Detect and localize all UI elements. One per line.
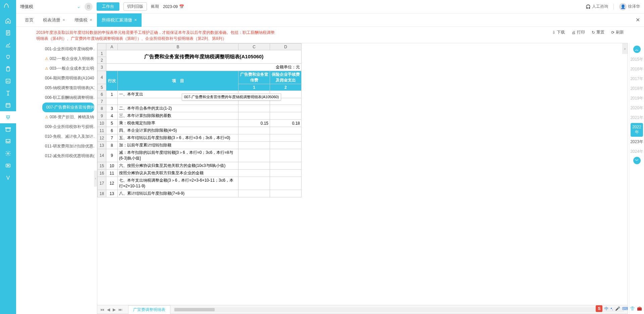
row-header[interactable]: 7	[98, 98, 106, 105]
nav-v-icon[interactable]	[0, 172, 16, 184]
year-item[interactable]: 2015年	[630, 55, 644, 64]
nav-doc-icon[interactable]	[0, 27, 16, 39]
sheet-nav-prev-icon[interactable]: ◀	[106, 307, 111, 312]
value-cell[interactable]	[238, 127, 270, 134]
year-item[interactable]: 2017年	[630, 74, 644, 83]
seq-cell[interactable]: 13	[106, 190, 118, 197]
sheet-scroll[interactable]: ABCD1广告费和业务宣传费跨年度纳税调整明细表(A105060)23金额单位：…	[97, 43, 628, 305]
year-item[interactable]: 2023年	[630, 137, 644, 146]
column-header[interactable]: D	[270, 44, 302, 50]
nav-chart-icon[interactable]	[0, 39, 16, 51]
horizontal-scrollbar[interactable]	[174, 307, 624, 312]
year-item[interactable]: 2020年	[630, 104, 644, 113]
tab[interactable]: 所得税汇算清缴✕	[97, 13, 142, 27]
row-header[interactable]: 14	[98, 149, 106, 162]
value-cell[interactable]	[238, 162, 270, 170]
ime-s-icon[interactable]: S	[596, 305, 602, 312]
tab[interactable]: 增值税✕	[70, 13, 97, 27]
form-nav-item[interactable]: 007-广告费和业务宣传费跨…	[42, 103, 94, 112]
year-item[interactable]: 2022年	[631, 123, 643, 137]
row-header[interactable]: 9	[98, 112, 106, 120]
item-cell[interactable]: 三、本年计算扣除限额的基数	[118, 112, 238, 120]
item-cell[interactable]: 五、本年结转以后年度扣除额(3＞6，本行=3-6；3≤6，本行=0)	[118, 134, 238, 142]
value-cell[interactable]	[270, 134, 302, 142]
form-nav-item[interactable]: ⚠008-资产折旧、摊销及纳税…	[42, 112, 94, 122]
refresh-button[interactable]: ⟳刷新	[611, 29, 624, 35]
value-cell[interactable]: 0.18	[270, 120, 302, 127]
print-button[interactable]: 🖨打印	[572, 29, 585, 35]
value-cell[interactable]	[238, 177, 270, 190]
item-cell[interactable]: 乘：税收规定扣除率	[118, 120, 238, 127]
tab[interactable]: 税表清册✕	[38, 13, 70, 27]
year-item[interactable]: 2021年	[630, 113, 644, 122]
year-item[interactable]: 2018年	[630, 84, 644, 93]
seq-cell[interactable]: 12	[106, 177, 118, 190]
value-cell[interactable]	[238, 105, 270, 112]
seq-cell[interactable]: 4	[106, 112, 118, 120]
value-cell[interactable]	[238, 134, 270, 142]
nav-settings-icon[interactable]	[0, 147, 16, 160]
form-nav-item[interactable]: 009-企业所得税弥补亏损明…	[42, 122, 94, 132]
item-cell[interactable]: 八、累计结转以后年度扣除额(7+8-9)	[118, 190, 238, 197]
workspace-button[interactable]: 工作台	[97, 2, 119, 11]
form-nav-item[interactable]: ⚠002-一般企业收入明细表(A…	[42, 54, 94, 64]
ime-mic-icon[interactable]: 🎤	[615, 306, 620, 311]
year-up-icon[interactable]: ︽	[633, 46, 641, 53]
value-cell[interactable]	[270, 105, 302, 112]
round-info-button[interactable]	[85, 3, 93, 11]
value-cell[interactable]	[270, 112, 302, 120]
form-nav-item[interactable]: 005-纳税调整项目明细表(A1…	[42, 83, 94, 93]
form-nav-item[interactable]: ⚠003-一般企业成本支出明细…	[42, 64, 94, 73]
row-header[interactable]: 16	[98, 170, 106, 177]
year-item[interactable]: 2016年	[630, 65, 644, 74]
row-header[interactable]: 15	[98, 162, 106, 170]
nav-report-icon[interactable]	[0, 75, 16, 87]
consult-link[interactable]: 🎧 人工咨询	[586, 4, 608, 9]
row-header[interactable]: 1	[98, 50, 106, 57]
seq-cell[interactable]: 10	[106, 162, 118, 170]
item-cell[interactable]: 减：本年扣除的以前年度结转额[3＞6，本行=0；3≤6，本行=8与(6-3)孰小…	[118, 149, 238, 162]
form-nav-item[interactable]: 006-职工薪酬纳税调整明细…	[42, 93, 94, 103]
ime-punct-icon[interactable]: •,	[610, 306, 613, 311]
item-cell[interactable]: 加：以前年度累计结转扣除额	[118, 142, 238, 149]
seq-cell[interactable]: 1	[106, 91, 118, 98]
seq-cell[interactable]: 8	[106, 142, 118, 149]
form-nav-item[interactable]: 011-研发费用加计扣除优惠…	[42, 141, 94, 151]
row-header[interactable]: 11	[98, 127, 106, 134]
row-header[interactable]: 8	[98, 105, 106, 112]
close-icon[interactable]: ✕	[62, 18, 65, 22]
sheet-tab[interactable]: 广宣费调整明细表	[128, 305, 170, 314]
seq-cell[interactable]: 3	[106, 105, 118, 112]
user-menu[interactable]: 👤 徐泽华	[619, 3, 640, 10]
tab[interactable]: 首页	[20, 13, 38, 27]
value-cell[interactable]: 0.15	[238, 120, 270, 127]
value-cell[interactable]	[238, 190, 270, 197]
close-icon[interactable]: ✕	[134, 18, 137, 22]
company-dropdown[interactable]: 增值税 ⌄	[20, 4, 80, 10]
value-cell[interactable]	[238, 112, 270, 120]
nav-archive-icon[interactable]	[0, 123, 16, 135]
column-header[interactable]: A	[106, 44, 118, 50]
old-version-button[interactable]: 切到旧版	[123, 2, 147, 11]
nav-clipboard-icon[interactable]	[0, 63, 16, 75]
nav-calendar-icon[interactable]	[0, 99, 16, 111]
form-nav-item[interactable]: 012-减免所得税优惠明细表(…	[42, 151, 94, 161]
nav-tax-icon[interactable]	[0, 111, 16, 123]
nav-text-icon[interactable]	[0, 87, 16, 99]
close-icon[interactable]: ✕	[90, 18, 92, 22]
row-header[interactable]: 6	[98, 91, 106, 98]
row-header[interactable]: 10	[98, 120, 106, 127]
value-cell[interactable]	[238, 170, 270, 177]
item-cell[interactable]: 按照分摊协议从其他关联方归集至本企业的金额	[118, 170, 238, 177]
ime-keyboard-icon[interactable]: ⌨	[622, 306, 628, 311]
seq-cell[interactable]: 9	[106, 149, 118, 162]
nav-inbox-icon[interactable]	[0, 135, 16, 147]
sheet-nav-next-icon[interactable]: ▶	[112, 307, 117, 312]
nav-home-icon[interactable]	[0, 15, 16, 27]
form-nav-item[interactable]: 004-期间费用明细表(A1040…	[42, 73, 94, 83]
reset-button[interactable]: ↻重置	[592, 29, 604, 35]
sheet-nav-last-icon[interactable]: ⏭	[117, 307, 123, 312]
item-cell[interactable]: 七、本年支出纳税调整金额(3＞6，本行=2+3-6+10-11；3≤6，本行=2…	[118, 177, 238, 190]
row-header[interactable]: 13	[98, 142, 106, 149]
seq-cell[interactable]: 7	[106, 134, 118, 142]
